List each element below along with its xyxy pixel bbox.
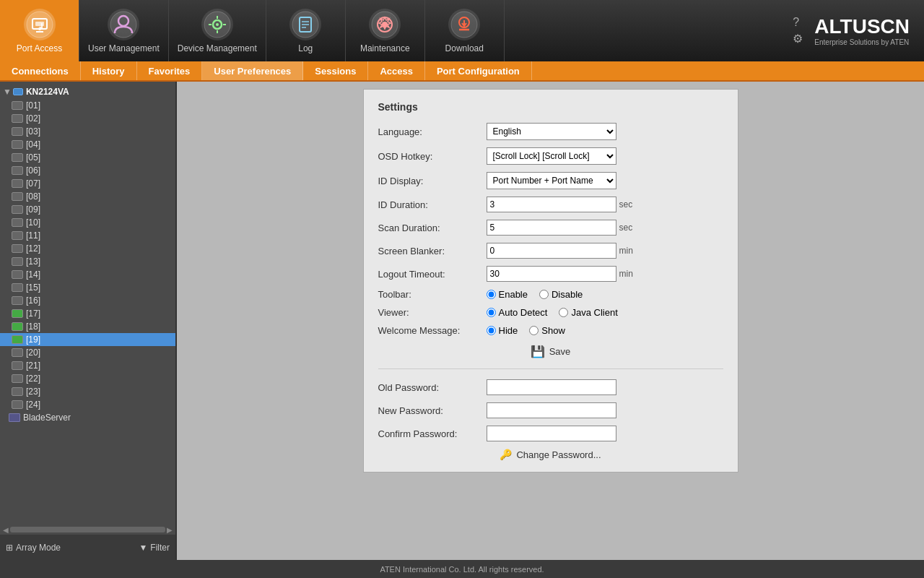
log-icon [289,9,321,40]
tree-port-item[interactable]: [14] [0,268,175,281]
root-label: KN2124VA [26,87,69,97]
tree-port-item[interactable]: [22] [0,372,175,385]
scan-duration-input[interactable] [487,220,616,236]
viewer-auto-detect-radio[interactable] [487,308,496,317]
port-status-icon [12,361,23,370]
screen-blanker-input[interactable] [487,243,616,259]
osd-hotkey-select[interactable]: [Scroll Lock] [Scroll Lock] [Ctrl] [Ctrl… [487,147,616,165]
viewer-java-client-radio[interactable] [559,308,568,317]
tab-user-preferences[interactable]: User Preferences [202,61,303,80]
tree-root-node[interactable]: ▼ KN2124VA [0,85,175,99]
nav-device-management-label: Device Management [178,43,257,53]
id-display-label: ID Display: [378,176,487,186]
logout-timeout-input[interactable] [487,266,616,282]
scan-duration-unit: sec [619,223,633,233]
port-status-icon [12,374,23,383]
confirm-password-row: Confirm Password: [378,426,723,441]
id-duration-input[interactable] [487,197,616,212]
change-password-button[interactable]: 🔑 Change Password... [378,449,723,460]
nav-maintenance[interactable]: Maintenance [346,0,425,61]
port-list: [01][02][03][04][05][06][07][08][09][10]… [0,99,175,411]
port-label: [07] [26,178,40,189]
tree-port-item[interactable]: [07] [0,177,175,190]
help-icon[interactable]: ? [793,16,803,29]
viewer-row: Viewer: Auto Detect Java Client [378,307,723,318]
settings-icon[interactable]: ⚙ [793,32,803,46]
svg-rect-2 [35,22,44,26]
tab-port-configuration[interactable]: Port Configuration [425,61,532,80]
toolbar-disable-radio[interactable] [539,290,549,299]
viewer-auto-detect-option[interactable]: Auto Detect [487,307,548,318]
tree-port-item[interactable]: [11] [0,229,175,242]
nav-device-management[interactable]: Device Management [169,0,266,61]
tree-port-item[interactable]: [20] [0,346,175,359]
tree-port-item[interactable]: [09] [0,203,175,216]
tree-port-item[interactable]: [02] [0,112,175,125]
port-status-icon [12,348,23,357]
change-password-label: Change Password... [516,449,601,460]
tab-sessions[interactable]: Sessions [303,61,368,80]
tree-port-item[interactable]: [06] [0,164,175,177]
confirm-password-input[interactable] [487,426,616,441]
welcome-message-label: Welcome Message: [378,325,487,336]
nav-download-label: Download [445,43,484,53]
tab-access[interactable]: Access [368,61,425,80]
tab-connections[interactable]: Connections [0,61,81,80]
welcome-hide-radio[interactable] [487,326,496,335]
tree-port-item[interactable]: [23] [0,385,175,398]
tree-port-item[interactable]: [10] [0,216,175,229]
tree-port-item[interactable]: [05] [0,151,175,164]
tree-port-item[interactable]: [18] [0,320,175,333]
port-label: [15] [26,282,40,293]
tree-port-item[interactable]: [13] [0,255,175,268]
port-access-icon [24,9,56,40]
welcome-show-option[interactable]: Show [529,325,565,336]
logout-timeout-unit: min [619,269,633,279]
tree-port-item[interactable]: [24] [0,398,175,411]
old-password-input[interactable] [487,379,616,395]
welcome-show-radio[interactable] [529,326,539,335]
nav-user-management-label: User Management [88,43,160,53]
toolbar-enable-radio[interactable] [487,290,496,299]
id-duration-label: ID Duration: [378,199,487,210]
nav-log[interactable]: Log [266,0,346,61]
language-select[interactable]: English Chinese (Simplified) Chinese (Tr… [487,123,616,140]
screen-blanker-label: Screen Blanker: [378,246,487,256]
tree-port-item[interactable]: [15] [0,281,175,294]
tree-port-item[interactable]: [21] [0,359,175,372]
filter-button[interactable]: ▼ Filter [139,543,170,553]
blade-server-item[interactable]: BladeServer [0,411,175,424]
port-status-icon [12,101,23,110]
viewer-java-client-option[interactable]: Java Client [559,307,617,318]
port-label: [24] [26,400,40,410]
port-status-icon [12,231,23,240]
toolbar-enable-option[interactable]: Enable [487,289,528,300]
port-label: [17] [26,309,40,319]
tab-favorites[interactable]: Favorites [137,61,203,80]
nav-port-access-label: Port Access [17,43,62,53]
welcome-hide-option[interactable]: Hide [487,325,518,336]
tree-port-item[interactable]: [04] [0,138,175,151]
tree-port-item[interactable]: [16] [0,294,175,307]
new-password-input[interactable] [487,402,616,418]
tab-history[interactable]: History [81,61,137,80]
nav-download[interactable]: Download [425,0,505,61]
tree-port-item[interactable]: [19] [0,333,175,346]
scan-duration-label: Scan Duration: [378,223,487,233]
tab-bar: Connections History Favorites User Prefe… [0,61,924,82]
tree-port-item[interactable]: [08] [0,190,175,203]
tree-port-item[interactable]: [03] [0,125,175,138]
port-label: [16] [26,296,40,306]
array-mode-button[interactable]: ⊞ Array Mode [6,543,61,553]
tree-port-item[interactable]: [17] [0,307,175,320]
port-label: [11] [26,230,40,241]
tree-port-item[interactable]: [01] [0,99,175,112]
top-navigation-bar: Port Access User Management Device Manag… [0,0,924,61]
id-display-select[interactable]: Port Number + Port Name Port Number Port… [487,172,616,189]
osd-hotkey-row: OSD Hotkey: [Scroll Lock] [Scroll Lock] … [378,147,723,165]
save-button[interactable]: 💾 Save [378,345,723,358]
nav-user-management[interactable]: User Management [79,0,169,61]
tree-port-item[interactable]: [12] [0,242,175,255]
toolbar-disable-option[interactable]: Disable [539,289,583,300]
nav-port-access[interactable]: Port Access [0,0,79,61]
